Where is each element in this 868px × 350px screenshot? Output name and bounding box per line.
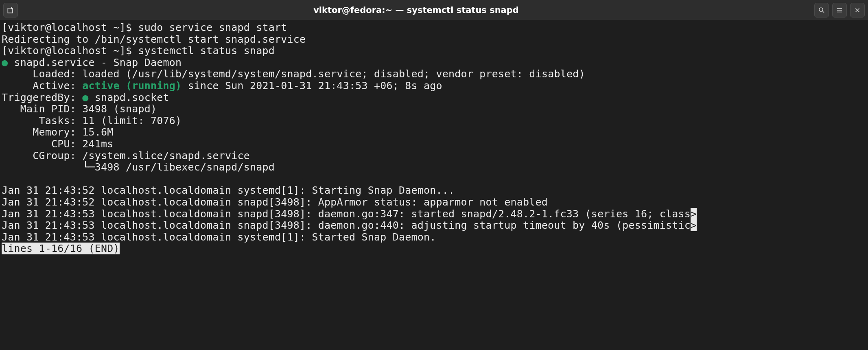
search-icon	[818, 7, 825, 14]
status-value: loaded (/usr/lib/systemd/system/snapd.se…	[82, 68, 585, 80]
output-line: Redirecting to /bin/systemctl start snap…	[2, 33, 306, 45]
status-label: Active:	[2, 80, 82, 92]
line-overflow-indicator: >	[691, 219, 697, 231]
log-line: Jan 31 21:43:53 localhost.localdomain sn…	[2, 208, 691, 220]
titlebar: viktor@fedora:~ — systemctl status snapd	[0, 0, 868, 20]
menu-button[interactable]	[832, 3, 847, 18]
service-name: snapd.service - Snap Daemon	[8, 57, 181, 68]
titlebar-actions	[814, 3, 865, 18]
triggered-value: snapd.socket	[89, 92, 169, 103]
status-label: CGroup:	[2, 150, 82, 162]
memory-value: 15.6M	[82, 126, 113, 138]
status-label: TriggeredBy:	[2, 92, 82, 103]
pager-status: lines 1-16/16 (END)	[2, 243, 120, 254]
terminal-output[interactable]: [viktor@localhost ~]$ sudo service snapd…	[0, 20, 868, 256]
log-line: Jan 31 21:43:52 localhost.localdomain sy…	[2, 184, 455, 196]
tasks-value: 11 (limit: 7076)	[82, 115, 181, 127]
cgroup-tree: └─3498 /usr/libexec/snapd/snapd	[2, 161, 275, 173]
status-dot-icon: ●	[2, 57, 8, 68]
cpu-value: 241ms	[82, 138, 113, 150]
new-tab-button[interactable]	[3, 3, 18, 18]
log-line: Jan 31 21:43:53 localhost.localdomain sn…	[2, 219, 691, 231]
shell-prompt: [viktor@localhost ~]$	[2, 45, 138, 57]
svg-point-3	[819, 8, 823, 11]
active-state: active (running)	[82, 80, 181, 92]
status-label: Tasks:	[2, 115, 82, 127]
cgroup-value: /system.slice/snapd.service	[82, 150, 250, 162]
svg-line-4	[822, 11, 824, 13]
status-label: CPU:	[2, 138, 82, 150]
mainpid-value: 3498 (snapd)	[82, 103, 157, 115]
close-button[interactable]	[850, 3, 865, 18]
status-dot-icon: ●	[82, 92, 88, 103]
hamburger-icon	[836, 7, 843, 14]
status-label: Memory:	[2, 126, 82, 138]
active-since: since Sun 2021-01-31 21:43:53 +06; 8s ag…	[181, 80, 442, 92]
status-label: Loaded:	[2, 68, 82, 80]
command-text: sudo service snapd start	[138, 22, 287, 33]
new-tab-icon	[7, 6, 15, 14]
close-icon	[854, 7, 861, 14]
shell-prompt: [viktor@localhost ~]$	[2, 22, 138, 33]
search-button[interactable]	[814, 3, 829, 18]
line-overflow-indicator: >	[691, 208, 697, 220]
log-line: Jan 31 21:43:52 localhost.localdomain sn…	[2, 196, 548, 208]
log-line: Jan 31 21:43:53 localhost.localdomain sy…	[2, 231, 436, 243]
status-label: Main PID:	[2, 103, 82, 115]
window-title: viktor@fedora:~ — systemctl status snapd	[18, 5, 814, 15]
command-text: systemctl status snapd	[138, 45, 275, 57]
